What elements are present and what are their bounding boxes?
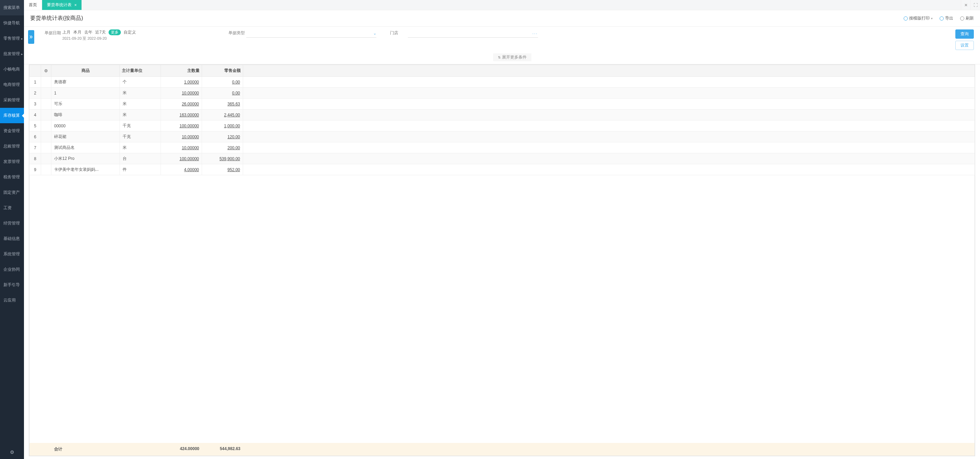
tabbar-close-icon[interactable]: ✕	[961, 0, 970, 10]
main-area: 首页 要货单统计表 × ✕ ⛶ 要货单统计表(按商品) 按模版打印 ▾	[24, 0, 980, 459]
table-row[interactable]: 7测试商品名米10.00000200.00	[29, 142, 975, 153]
table-row[interactable]: 6碎花裙千克10.00000120.00	[29, 132, 975, 142]
col-spacer	[243, 65, 975, 77]
cell-amount[interactable]: 2,445.00	[202, 110, 243, 121]
col-unit[interactable]: 主计量单位	[120, 65, 161, 77]
close-icon[interactable]: ×	[74, 3, 77, 8]
sidebar-item-6[interactable]: 采购管理	[0, 92, 24, 108]
cell-unit: 件	[120, 164, 161, 175]
shortcut-custom[interactable]: 自定义	[124, 29, 136, 35]
sidebar-item-5[interactable]: 电商管理	[0, 77, 24, 92]
sidebar-item-label: 发票管理	[3, 159, 20, 165]
sidebar-item-label: 批发管理	[3, 51, 20, 57]
cell-gear	[41, 87, 51, 98]
export-label: 导出	[945, 16, 953, 21]
cell-qty[interactable]: 100.00000	[161, 121, 202, 132]
table-row[interactable]: 1奥德赛个1.000000.00	[29, 77, 975, 87]
print-icon	[904, 16, 908, 21]
settings-button[interactable]: 设置	[955, 41, 974, 50]
col-settings[interactable]: ⚙	[41, 65, 51, 77]
sidebar-item-0[interactable]: 搜索菜单	[0, 0, 24, 16]
cell-gear	[41, 98, 51, 110]
cell-product: 小米12 Pro	[51, 153, 120, 164]
cell-index: 4	[29, 110, 41, 121]
sidebar-item-16[interactable]: 系统管理	[0, 246, 24, 262]
sidebar-item-17[interactable]: 企业协同	[0, 262, 24, 277]
data-table: ⚙ 商品 主计量单位 主数量 零售金额 1奥德赛个1.000000.0021米1…	[29, 65, 975, 175]
cell-spacer	[243, 110, 975, 121]
shortcut-more[interactable]: 更多	[108, 29, 121, 35]
sidebar-item-10[interactable]: 发票管理	[0, 154, 24, 170]
cell-amount[interactable]: 200.00	[202, 142, 243, 153]
sidebar-item-4[interactable]: 小畅电商	[0, 62, 24, 77]
table-row[interactable]: 4咖啡米163.000002,445.00	[29, 110, 975, 121]
cell-qty[interactable]: 4.00000	[161, 164, 202, 175]
cell-qty[interactable]: 10.00000	[161, 132, 202, 142]
cell-amount[interactable]: 1,000.00	[202, 121, 243, 132]
table-row[interactable]: 9卡伊美中老年女装妈妈...件4.00000952.00	[29, 164, 975, 175]
cell-qty[interactable]: 10.00000	[161, 142, 202, 153]
refresh-button[interactable]: 刷新	[960, 16, 974, 21]
sidebar-item-19[interactable]: 云应用	[0, 293, 24, 308]
print-template-button[interactable]: 按模版打印 ▾	[904, 16, 933, 21]
cell-unit: 个	[120, 77, 161, 87]
cell-amount[interactable]: 0.00	[202, 87, 243, 98]
table-row[interactable]: 8小米12 Pro台100.00000539,900.00	[29, 153, 975, 164]
sidebar-item-9[interactable]: 总账管理	[0, 139, 24, 154]
filter-actions: 查询 设置	[955, 29, 980, 50]
shortcut-7days[interactable]: 近7天	[95, 29, 106, 35]
shortcut-lastyear[interactable]: 去年	[84, 29, 92, 35]
tabbar-actions: ✕ ⛶	[961, 0, 980, 10]
sidebar-item-8[interactable]: 资金管理	[0, 123, 24, 139]
shortcut-thismonth[interactable]: 本月	[73, 29, 81, 35]
filter-store-select[interactable]: ···	[408, 29, 538, 38]
sidebar-item-11[interactable]: 税务管理	[0, 170, 24, 185]
col-product[interactable]: 商品	[51, 65, 120, 77]
sidebar-item-3[interactable]: 批发管理▸	[0, 46, 24, 62]
sidebar-item-label: 资金管理	[3, 128, 20, 134]
cell-index: 3	[29, 98, 41, 110]
cell-amount[interactable]: 0.00	[202, 77, 243, 87]
expand-more-conditions[interactable]: ⇅ 展开更多条件	[493, 53, 531, 61]
sidebar-item-label: 云应用	[3, 297, 16, 303]
filter-type-select[interactable]: ⌄	[246, 29, 376, 38]
sidebar-item-1[interactable]: 快捷导航	[0, 16, 24, 31]
export-button[interactable]: 导出	[940, 16, 953, 21]
cell-qty[interactable]: 100.00000	[161, 153, 202, 164]
cell-qty[interactable]: 1.00000	[161, 77, 202, 87]
query-button[interactable]: 查询	[955, 29, 974, 39]
cell-qty[interactable]: 10.00000	[161, 87, 202, 98]
sidebar-item-label: 企业协同	[3, 267, 20, 272]
gear-icon[interactable]: ⚙	[10, 449, 14, 455]
cell-product: 可乐	[51, 98, 120, 110]
col-amount[interactable]: 零售金额	[202, 65, 243, 77]
sidebar-item-15[interactable]: 基础信息	[0, 231, 24, 246]
tabbar-fullscreen-icon[interactable]: ⛶	[970, 0, 980, 10]
sidebar-item-12[interactable]: 固定资产	[0, 185, 24, 200]
cell-qty[interactable]: 26.00000	[161, 98, 202, 110]
cell-amount[interactable]: 120.00	[202, 132, 243, 142]
sidebar-item-label: 采购管理	[3, 97, 20, 103]
cell-index: 6	[29, 132, 41, 142]
cell-qty[interactable]: 163.00000	[161, 110, 202, 121]
table-row[interactable]: 500000千克100.000001,000.00	[29, 121, 975, 132]
sidebar-item-2[interactable]: 零售管理▸	[0, 31, 24, 46]
cell-unit: 米	[120, 142, 161, 153]
filter-collapse-button[interactable]	[28, 30, 34, 44]
table-row[interactable]: 21米10.000000.00	[29, 87, 975, 98]
cell-amount[interactable]: 952.00	[202, 164, 243, 175]
sidebar-item-7[interactable]: 库存核算	[0, 108, 24, 123]
sidebar-item-13[interactable]: 工资	[0, 200, 24, 216]
sidebar-item-14[interactable]: 经营管理	[0, 216, 24, 231]
cell-amount[interactable]: 539,900.00	[202, 153, 243, 164]
col-qty[interactable]: 主数量	[161, 65, 202, 77]
cell-unit: 米	[120, 98, 161, 110]
table-row[interactable]: 3可乐米26.00000365.63	[29, 98, 975, 110]
sidebar-item-18[interactable]: 新手引导	[0, 277, 24, 293]
tab-home[interactable]: 首页	[24, 0, 42, 10]
cell-gear	[41, 132, 51, 142]
cell-amount[interactable]: 365.63	[202, 98, 243, 110]
tab-active[interactable]: 要货单统计表 ×	[42, 0, 82, 10]
shortcut-lastmonth[interactable]: 上月	[62, 29, 70, 35]
refresh-label: 刷新	[966, 16, 974, 21]
